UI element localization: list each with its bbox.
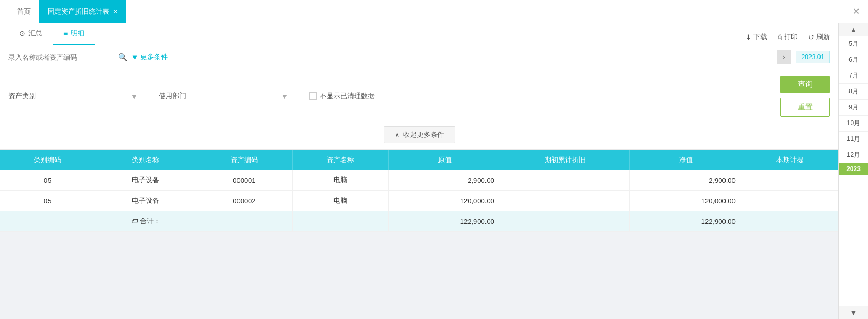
collapse-label: 收起更多条件: [403, 130, 444, 139]
month-panel: ▲ 5月6月7月8月9月10月11月12月 2023 ▼: [838, 23, 868, 319]
tab-title: 固定资产折旧统计表: [47, 7, 109, 16]
hide-cleared-label: 不显示已清理数据: [320, 91, 375, 101]
print-icon: ⎙: [778, 33, 782, 41]
month-item[interactable]: 9月: [839, 100, 868, 116]
print-label: 打印: [784, 32, 798, 42]
summary-cell: 🏷 合计：: [96, 211, 196, 232]
table-cell: 2,900.00: [629, 170, 742, 191]
col-initial-depreciation: 期初累计折旧: [501, 150, 629, 170]
tab-detail-label: 明细: [71, 29, 84, 38]
toolbar-right: ⬇ 下载 ⎙ 打印 ↺ 刷新: [746, 32, 830, 45]
use-department-dropdown-icon[interactable]: ▼: [281, 92, 288, 100]
asset-category-field: 资产类别 ▼: [8, 91, 138, 101]
expand-arrow-button[interactable]: ›: [777, 50, 791, 64]
table-cell: 2,900.00: [388, 170, 501, 191]
table-row: 05电子设备000001电脑2,900.002,900.00: [0, 170, 838, 191]
hide-cleared-checkbox[interactable]: [309, 92, 317, 100]
table-cell: 电子设备: [96, 191, 196, 211]
collapse-button[interactable]: ∧ 收起更多条件: [384, 126, 455, 143]
filter-row-1: 资产类别 ▼ 使用部门 ▼ 不显示已清理数据 查询 重置: [8, 76, 830, 117]
download-icon: ⬇: [746, 33, 751, 41]
month-item[interactable]: 6月: [839, 52, 868, 68]
filter-section: 资产类别 ▼ 使用部门 ▼ 不显示已清理数据 查询 重置 ∧ 收起更多条件: [0, 69, 838, 150]
search-input[interactable]: [8, 53, 114, 61]
month-item[interactable]: 10月: [839, 116, 868, 132]
active-tab[interactable]: 固定资产折旧统计表 ×: [39, 0, 126, 23]
date-badge: 2023.01: [796, 51, 830, 63]
col-current-depreciation: 本期计提: [742, 150, 838, 170]
summary-cell: [196, 211, 292, 232]
month-scroll-up[interactable]: ▲: [839, 23, 868, 36]
col-asset-code: 资产编码: [196, 150, 292, 170]
window-close-button[interactable]: ✕: [853, 6, 860, 16]
col-category-code: 类别编码: [0, 150, 96, 170]
use-department-input[interactable]: [190, 91, 275, 101]
tab-bar: ⊙ 汇总 ≡ 明细 ⬇ 下载 ⎙ 打印 ↺ 刷新: [0, 23, 838, 45]
home-link[interactable]: 首页: [8, 7, 39, 16]
refresh-label: 刷新: [816, 32, 830, 42]
year-badge: 2023: [839, 163, 868, 175]
tab-detail[interactable]: ≡ 明细: [53, 23, 95, 45]
tab-close-button[interactable]: ×: [113, 8, 117, 15]
table-cell: 000002: [196, 191, 292, 211]
col-category-name: 类别名称: [96, 150, 196, 170]
summary-icon: ⊙: [19, 29, 25, 37]
summary-cell: 122,900.00: [629, 211, 742, 232]
col-original-value: 原值: [388, 150, 501, 170]
summary-cell: [0, 211, 96, 232]
table-cell: 电脑: [292, 191, 388, 211]
hide-cleared-field: 不显示已清理数据: [309, 91, 375, 101]
refresh-icon: ↺: [808, 33, 814, 41]
table-cell: 电子设备: [96, 170, 196, 191]
month-list: 5月6月7月8月9月10月11月12月: [839, 36, 868, 163]
summary-icon: 🏷: [131, 217, 138, 225]
table-cell: [742, 191, 838, 211]
table-cell: 05: [0, 170, 96, 191]
summary-row: 🏷 合计：122,900.00122,900.00: [0, 211, 838, 232]
collapse-icon: ∧: [395, 131, 400, 139]
more-filters-button[interactable]: ▼ 更多条件: [131, 52, 168, 62]
search-icon[interactable]: 🔍: [118, 53, 127, 61]
table-cell: [501, 170, 629, 191]
main-content: ⊙ 汇总 ≡ 明细 ⬇ 下载 ⎙ 打印 ↺ 刷新 🔍 ▼ 更: [0, 23, 838, 232]
top-nav: 首页 固定资产折旧统计表 × ✕: [0, 0, 868, 23]
table-cell: 000001: [196, 170, 292, 191]
asset-category-input[interactable]: [40, 91, 125, 101]
month-item[interactable]: 11月: [839, 132, 868, 147]
month-item[interactable]: 7月: [839, 68, 868, 84]
tab-summary[interactable]: ⊙ 汇总: [8, 23, 53, 45]
table-cell: 120,000.00: [629, 191, 742, 211]
use-department-label: 使用部门: [159, 91, 186, 101]
print-button[interactable]: ⎙ 打印: [778, 32, 798, 42]
table-cell: 电脑: [292, 170, 388, 191]
month-item[interactable]: 12月: [839, 147, 868, 163]
download-button[interactable]: ⬇ 下载: [746, 32, 767, 42]
asset-category-label: 资产类别: [8, 91, 36, 101]
summary-cell: [501, 211, 629, 232]
action-buttons: 查询 重置: [780, 76, 830, 117]
detail-icon: ≡: [63, 29, 68, 37]
col-net-value: 净值: [629, 150, 742, 170]
summary-cell: 122,900.00: [388, 211, 501, 232]
refresh-button[interactable]: ↺ 刷新: [808, 32, 830, 42]
tab-summary-label: 汇总: [28, 29, 42, 38]
table-cell: 05: [0, 191, 96, 211]
month-item[interactable]: 5月: [839, 36, 868, 52]
table-cell: [501, 191, 629, 211]
asset-category-dropdown-icon[interactable]: ▼: [131, 92, 138, 100]
use-department-field: 使用部门 ▼: [159, 91, 288, 101]
summary-cell: [742, 211, 838, 232]
filter-label: 更多条件: [140, 52, 168, 62]
filter-icon: ▼: [131, 53, 138, 61]
reset-button[interactable]: 重置: [780, 98, 830, 117]
search-bar: 🔍 ▼ 更多条件 › 2023.01: [0, 45, 838, 69]
table-cell: [742, 170, 838, 191]
download-label: 下载: [753, 32, 767, 42]
col-asset-name: 资产名称: [292, 150, 388, 170]
month-scroll-down[interactable]: ▼: [839, 306, 868, 319]
table-header-row: 类别编码 类别名称 资产编码 资产名称 原值 期初累计折旧 净值 本期计提: [0, 150, 838, 170]
data-table: 类别编码 类别名称 资产编码 资产名称 原值 期初累计折旧 净值 本期计提 05…: [0, 150, 838, 232]
month-item[interactable]: 8月: [839, 84, 868, 100]
table-cell: 120,000.00: [388, 191, 501, 211]
query-button[interactable]: 查询: [780, 76, 830, 93]
